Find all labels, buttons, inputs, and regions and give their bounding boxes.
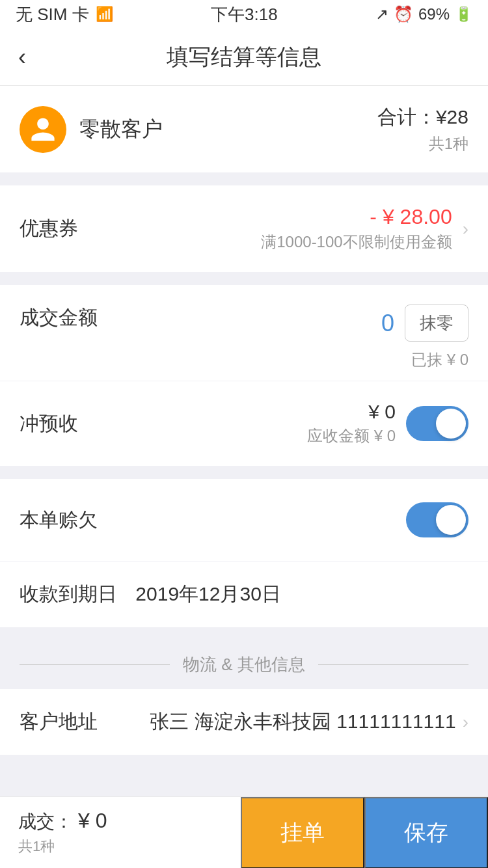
due-date-value: 2019年12月30日 bbox=[135, 583, 280, 604]
coupon-section: 优惠券 - ¥ 28.00 满1000-100不限制使用金额 › bbox=[0, 185, 488, 272]
due-date-label: 收款到期日 bbox=[20, 583, 117, 604]
customer-card: 零散客户 合计：¥28 共1种 bbox=[0, 86, 488, 172]
deal-amount-label: 成交金额 bbox=[20, 305, 98, 331]
debt-toggle-knob bbox=[436, 505, 466, 535]
debt-toggle[interactable] bbox=[406, 502, 468, 537]
bottom-deal-label: 成交： bbox=[18, 809, 73, 834]
due-date-row: 收款到期日 2019年12月30日 bbox=[0, 561, 488, 627]
prepay-toggle[interactable] bbox=[406, 406, 468, 441]
divider-line-left bbox=[20, 664, 170, 665]
status-left: 无 SIM 卡 📶 bbox=[16, 3, 113, 26]
round-zero-button[interactable]: 抹零 bbox=[405, 305, 468, 342]
prepay-value-block: ¥ 0 应收金额 ¥ 0 bbox=[307, 401, 396, 446]
total-count: 共1种 bbox=[377, 133, 468, 154]
person-icon bbox=[29, 115, 57, 144]
status-time: 下午3:18 bbox=[211, 3, 278, 26]
bottom-deal: 成交： ¥ 0 bbox=[18, 809, 223, 834]
status-right: ↗ ⏰ 69% 🔋 bbox=[375, 5, 472, 23]
logistics-title: 物流 & 其他信息 bbox=[183, 653, 305, 676]
save-button[interactable]: 保存 bbox=[364, 797, 488, 869]
debt-section: 本单赊欠 收款到期日 2019年12月30日 bbox=[0, 479, 488, 627]
total-amount: 合计：¥28 bbox=[377, 104, 468, 131]
battery-icon: 🔋 bbox=[455, 6, 472, 23]
coupon-discount: - ¥ 28.00 bbox=[261, 205, 452, 229]
toggle-knob bbox=[436, 409, 466, 439]
coupon-row[interactable]: 优惠券 - ¥ 28.00 满1000-100不限制使用金额 › bbox=[0, 185, 488, 272]
nav-bar: ‹ 填写结算等信息 bbox=[0, 29, 488, 86]
prepay-receivable: 应收金额 ¥ 0 bbox=[307, 426, 396, 446]
hangup-button[interactable]: 挂单 bbox=[241, 797, 364, 869]
coupon-value-block: - ¥ 28.00 满1000-100不限制使用金额 bbox=[261, 205, 452, 252]
page-title: 填写结算等信息 bbox=[167, 42, 321, 72]
bottom-count: 共1种 bbox=[18, 837, 223, 856]
status-bar: 无 SIM 卡 📶 下午3:18 ↗ ⏰ 69% 🔋 bbox=[0, 0, 488, 29]
already-zeroed-label: 已抹 ¥ 0 bbox=[411, 349, 468, 370]
deal-amount-row: 成交金额 0 抹零 已抹 ¥ 0 bbox=[0, 285, 488, 381]
divider-line-right bbox=[318, 664, 468, 665]
chevron-right-icon: › bbox=[463, 219, 468, 239]
deal-prepay-section: 成交金额 0 抹零 已抹 ¥ 0 冲预收 ¥ 0 应收金额 ¥ 0 bbox=[0, 285, 488, 466]
address-value: 张三 海淀永丰科技园 11111111111 bbox=[111, 709, 456, 735]
deal-amount-value[interactable]: 0 bbox=[355, 310, 394, 337]
address-label: 客户地址 bbox=[20, 709, 98, 735]
alarm-icon: ⏰ bbox=[394, 5, 413, 23]
prepay-right: ¥ 0 应收金额 ¥ 0 bbox=[307, 401, 468, 446]
back-button[interactable]: ‹ bbox=[18, 44, 26, 71]
carrier-label: 无 SIM 卡 bbox=[16, 3, 89, 26]
customer-name: 零散客户 bbox=[79, 115, 163, 144]
logistics-section: 物流 & 其他信息 bbox=[0, 640, 488, 689]
coupon-label: 优惠券 bbox=[20, 215, 78, 242]
avatar bbox=[20, 106, 66, 153]
bottom-deal-amount: ¥ 0 bbox=[78, 809, 107, 833]
customer-right: 合计：¥28 共1种 bbox=[377, 104, 468, 154]
customer-left: 零散客户 bbox=[20, 106, 163, 153]
bottom-bar: 成交： ¥ 0 共1种 挂单 保存 bbox=[0, 796, 488, 868]
bottom-summary: 成交： ¥ 0 共1种 bbox=[0, 809, 241, 856]
address-section[interactable]: 客户地址 张三 海淀永丰科技园 11111111111 › bbox=[0, 689, 488, 755]
debt-label: 本单赊欠 bbox=[20, 507, 98, 534]
prepay-row: 冲预收 ¥ 0 应收金额 ¥ 0 bbox=[0, 381, 488, 466]
prepay-value: ¥ 0 bbox=[307, 401, 396, 423]
address-chevron-icon: › bbox=[463, 712, 468, 733]
logistics-title-bar: 物流 & 其他信息 bbox=[20, 653, 468, 676]
battery-label: 69% bbox=[418, 5, 450, 23]
coupon-right: - ¥ 28.00 满1000-100不限制使用金额 › bbox=[261, 205, 468, 252]
debt-row: 本单赊欠 bbox=[0, 479, 488, 561]
prepay-label: 冲预收 bbox=[20, 411, 78, 437]
location-icon: ↗ bbox=[375, 5, 388, 23]
coupon-desc: 满1000-100不限制使用金额 bbox=[261, 232, 452, 252]
wifi-icon: 📶 bbox=[96, 6, 113, 23]
